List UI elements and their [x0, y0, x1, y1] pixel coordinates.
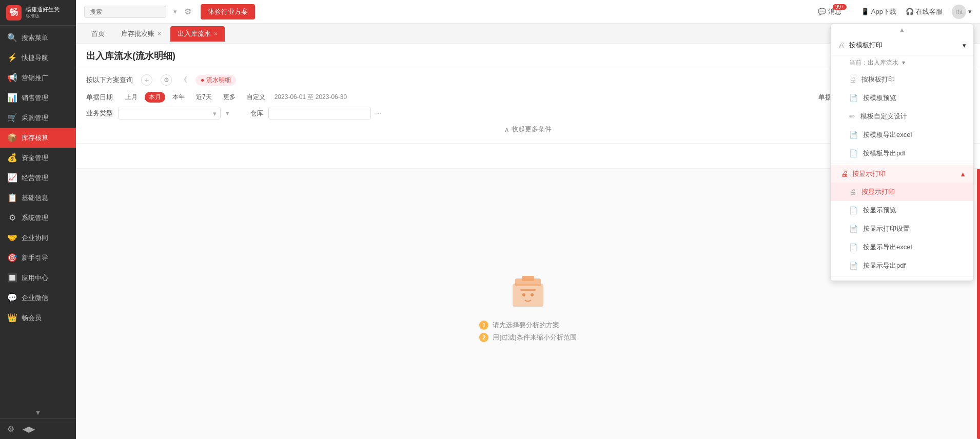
- dropdown-item-template-preview[interactable]: 📄 按模板预览: [831, 89, 973, 107]
- topbar-search-input[interactable]: [84, 6, 166, 18]
- sidebar-item-search-menu[interactable]: 🔍 搜索菜单: [0, 28, 76, 48]
- industry-solution-button[interactable]: 体验行业方案: [201, 4, 255, 19]
- sales-icon: 📊: [7, 93, 17, 103]
- tab-flow-close[interactable]: ×: [214, 30, 218, 37]
- sidebar-item-basic-info[interactable]: 📋 基础信息: [0, 188, 76, 208]
- headset-icon: 🎧: [906, 8, 914, 15]
- marketing-icon: 📢: [7, 73, 17, 83]
- dropdown-item-template-export-excel[interactable]: 📄 按模板导出excel: [831, 126, 973, 144]
- app-center-icon: 🔲: [7, 273, 17, 283]
- finance-icon: 💰: [7, 153, 17, 163]
- page-title: 出入库流水(流水明细): [86, 50, 175, 62]
- user-avatar: Rit: [952, 5, 966, 19]
- empty-state: 1 请先选择要分析的方案 2 用[过滤]条件来缩小分析范围: [479, 263, 576, 345]
- tab-batch[interactable]: 库存批次账 ×: [114, 26, 168, 42]
- sidebar-item-guide[interactable]: 🎯 新手引导: [0, 248, 76, 268]
- system-icon: ⚙: [7, 213, 17, 223]
- dropdown-item-template-export-pdf[interactable]: 📄 按模板导出pdf: [831, 144, 973, 163]
- topbar-user-avatar[interactable]: Rit ▾: [952, 5, 972, 19]
- filter-add-button[interactable]: +: [141, 74, 152, 86]
- sidebar-collapse-icon[interactable]: ◀▶: [23, 424, 35, 434]
- sidebar-item-purchase[interactable]: 🛒 采购管理: [0, 108, 76, 128]
- display-print-section-header[interactable]: 🖨 按显示打印 ▲: [831, 165, 973, 183]
- sidebar-item-sales[interactable]: 📊 销售管理: [0, 88, 76, 108]
- template-excel-icon: 📄: [849, 131, 858, 139]
- app-logo-icon: 畅: [6, 5, 22, 21]
- template-print-item-icon: 🖨: [849, 75, 856, 84]
- date-pill-this-year[interactable]: 本年: [168, 92, 189, 103]
- sidebar: 畅 畅捷通好生意 标准版 🔍 搜索菜单 ⚡ 快捷导航 📢 营销推广 📊 销售管理…: [0, 0, 76, 439]
- topbar-app-download[interactable]: 📱 App下载: [861, 7, 896, 16]
- sidebar-logo: 畅 畅捷通好生意 标准版: [0, 0, 76, 26]
- tab-home[interactable]: 首页: [84, 26, 112, 42]
- svg-rect-0: [513, 284, 543, 307]
- sidebar-item-operations[interactable]: 📈 经营管理: [0, 168, 76, 188]
- dropdown-item-display-export-excel[interactable]: 📄 按显示导出excel: [831, 238, 973, 256]
- empty-step-2: 2 用[过滤]条件来缩小分析范围: [479, 333, 576, 342]
- template-pdf-icon: 📄: [849, 149, 858, 157]
- date-label: 单据日期: [86, 93, 113, 102]
- warehouse-input[interactable]: [268, 107, 371, 119]
- template-preview-icon: 📄: [849, 94, 858, 102]
- display-excel-icon: 📄: [849, 243, 858, 251]
- main-area: ▾ ⚙ 体验行业方案 💬 消息 99+ 📱 App下载 🎧 在线客服 Rit ▾: [76, 0, 980, 439]
- sidebar-item-app-center[interactable]: 🔲 应用中心: [0, 268, 76, 288]
- sidebar-settings-icon[interactable]: ⚙: [7, 424, 14, 434]
- dropdown-item-display-export-pdf[interactable]: 📄 按显示导出pdf: [831, 256, 973, 275]
- template-print-collapse-icon: ▾: [963, 42, 966, 49]
- date-pill-7days[interactable]: 近7天: [192, 92, 216, 103]
- content-area: 1 请先选择要分析的方案 2 用[过滤]条件来缩小分析范围 ▲ 🖨 按模板打印: [76, 169, 980, 439]
- display-print-settings-icon: 📄: [849, 225, 858, 233]
- date-pill-custom[interactable]: 自定义: [243, 92, 269, 103]
- sidebar-item-finance[interactable]: 💰 资金管理: [0, 148, 76, 168]
- sidebar-item-marketing[interactable]: 📢 营销推广: [0, 68, 76, 88]
- dropdown-item-template-custom[interactable]: ✏ 模板自定义设计: [831, 107, 973, 126]
- sidebar-scroll-down[interactable]: ▼: [0, 407, 76, 418]
- warehouse-label: 仓库: [250, 109, 263, 118]
- empty-step-1: 1 请先选择要分析的方案: [479, 321, 576, 330]
- sidebar-item-system[interactable]: ⚙ 系统管理: [0, 208, 76, 228]
- topbar-online-service[interactable]: 🎧 在线客服: [906, 7, 943, 16]
- dropdown-item-display-print[interactable]: 🖨 按显示打印: [831, 183, 973, 201]
- biz-type-select[interactable]: [118, 107, 221, 119]
- dropdown-item-display-print-settings[interactable]: 📄 按显示打印设置: [831, 220, 973, 238]
- topbar-gear-icon[interactable]: ⚙: [184, 7, 191, 16]
- print-dropdown-panel: ▲ 🖨 按模板打印 ▾ 当前：出入库流水 ▾ 🖨 按模板打: [830, 24, 974, 281]
- step-2-num: 2: [479, 333, 488, 342]
- svg-point-5: [531, 293, 534, 296]
- filter-collapse-button[interactable]: 《: [180, 75, 187, 85]
- printer-section-icon: 🖨: [838, 41, 845, 49]
- biz-type-label: 业务类型: [86, 109, 113, 118]
- right-sidebar-bar: [977, 169, 980, 439]
- empty-steps-list: 1 请先选择要分析的方案 2 用[过滤]条件来缩小分析范围: [479, 321, 576, 345]
- default-settings-header[interactable]: ⚙ 设置默认功能 ▾: [831, 277, 973, 281]
- sidebar-item-wechat[interactable]: 💬 企业微信: [0, 288, 76, 308]
- sidebar-item-quick-nav[interactable]: ⚡ 快捷导航: [0, 48, 76, 68]
- biz-type-more-icon[interactable]: ▾: [226, 109, 229, 117]
- scroll-up-indicator[interactable]: ▲: [831, 24, 973, 35]
- tab-batch-close[interactable]: ×: [158, 30, 161, 37]
- active-filter-tag[interactable]: ● 流水明细: [195, 75, 236, 86]
- step-1-num: 1: [479, 321, 488, 330]
- sidebar-item-member[interactable]: 👑 畅会员: [0, 308, 76, 328]
- date-pill-this-month[interactable]: 本月: [145, 92, 165, 103]
- dropdown-divider-1: [831, 164, 973, 164]
- date-pill-last-month[interactable]: 上月: [121, 92, 142, 103]
- operations-icon: 📈: [7, 173, 17, 183]
- warehouse-more-icon[interactable]: ···: [376, 109, 382, 117]
- template-print-section-header[interactable]: 🖨 按模板打印 ▾: [831, 35, 973, 55]
- inventory-icon: 📦: [7, 133, 17, 143]
- phone-icon: 📱: [861, 8, 869, 15]
- sidebar-item-enterprise[interactable]: 🤝 企业协同: [0, 228, 76, 248]
- dropdown-item-display-preview[interactable]: 📄 按显示预览: [831, 201, 973, 220]
- topbar-message[interactable]: 💬 消息 99+: [818, 7, 841, 16]
- enterprise-icon: 🤝: [7, 233, 17, 243]
- member-icon: 👑: [7, 313, 17, 323]
- empty-illustration: [502, 263, 554, 314]
- sidebar-item-inventory[interactable]: 📦 库存核算: [0, 128, 76, 148]
- dropdown-item-template-print[interactable]: 🖨 按模板打印: [831, 70, 973, 89]
- filter-settings-button[interactable]: ⚙: [161, 74, 172, 86]
- tab-flow[interactable]: 出入库流水 ×: [170, 26, 225, 42]
- date-pill-more[interactable]: 更多: [219, 92, 240, 103]
- topbar-search-arrow[interactable]: ▾: [173, 8, 177, 15]
